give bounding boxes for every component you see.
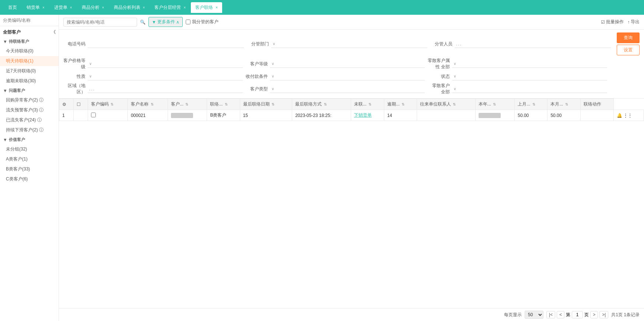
col-unlink[interactable]: 未联... ⇅	[351, 99, 384, 110]
nav-close-icon[interactable]: ×	[183, 6, 186, 10]
export-btn[interactable]: ↑ 导出	[627, 19, 640, 25]
nav-close-icon[interactable]: ×	[143, 6, 145, 10]
col-this-year[interactable]: 本年... ⇅	[475, 99, 515, 110]
sidebar-group-问题客户[interactable]: ▼问题客户	[0, 86, 59, 95]
filter-row-2: 客户价格等级 ∨ 客户等级 ∨ 零散客户属性 全部 ∨	[63, 58, 640, 70]
sidebar-item-流失预警客户(3)[interactable]: 流失预警客户(3) ⓘ	[0, 105, 59, 115]
my-customers-checkbox-container: 我分管的客户	[186, 19, 218, 25]
sidebar-search-input[interactable]	[3, 18, 58, 23]
filter-search-input[interactable]	[63, 18, 137, 27]
col-last-date[interactable]: 最后联络日期 ⇅	[240, 99, 292, 110]
cust-type-label: 客户类型	[246, 86, 268, 92]
nav-item-客户联络[interactable]: 客户联络×	[191, 2, 222, 13]
col-last-method[interactable]: 最后联络方式 ⇅	[292, 99, 351, 110]
col-code[interactable]: 客户编码 ⇅	[88, 99, 128, 110]
nav-item-商品分析列表[interactable]: 商品分析列表×	[109, 2, 150, 13]
sidebar-item-回购异常客户(2)[interactable]: 回购异常客户(2) ⓘ	[0, 95, 59, 105]
filter-cell-price-level: 客户价格等级 ∨	[63, 58, 243, 70]
person-input[interactable]: ...	[455, 40, 611, 48]
phone-input[interactable]	[88, 40, 244, 48]
prev-page-btn[interactable]: <	[557, 311, 564, 318]
nav-close-icon[interactable]: ×	[216, 6, 218, 10]
payment-label: 收付款条件	[246, 73, 268, 80]
dept-label: 分管部门	[247, 41, 269, 47]
page-input[interactable]	[572, 311, 583, 318]
chevron-up-icon: ∧	[176, 20, 179, 25]
export-label: 导出	[631, 19, 640, 25]
col-name[interactable]: 客户名称 ⇅	[128, 99, 168, 110]
cell-12: 50.00	[547, 110, 580, 121]
sidebar-item-持续下滑客户(2)[interactable]: 持续下滑客户(2) ⓘ	[0, 125, 59, 135]
status-select[interactable]: ∨	[452, 72, 607, 80]
nav-close-icon[interactable]: ×	[102, 6, 104, 10]
sidebar-item-明天待联络(1)[interactable]: 明天待联络(1)	[0, 56, 59, 66]
sidebar-item-今天待联络(0)[interactable]: 今天待联络(0)	[0, 46, 59, 56]
first-page-btn[interactable]: |<	[546, 311, 555, 318]
cell-1[interactable]	[88, 110, 128, 121]
sidebar-item-逾期未联络(30)[interactable]: 逾期未联络(30)	[0, 76, 59, 86]
sidebar-group-待联络客户[interactable]: ▼待联络客户	[0, 37, 59, 46]
retail-attr-label: 零散客户属性 全部	[428, 58, 450, 70]
filter-cell-cust-type: 客户类型 ∨	[246, 85, 425, 93]
query-btn[interactable]: 查询	[617, 32, 640, 43]
table-footer: 每页显示 50 100 200 |< < 第 页 > >| 共1页 1条记录	[59, 308, 644, 321]
sidebar-group-价值客户[interactable]: ▼价值客户	[0, 135, 59, 144]
collapse-icon[interactable]: 《	[51, 29, 56, 35]
retail-cust-select[interactable]: ∨	[452, 85, 607, 93]
nav-close-icon[interactable]: ×	[70, 6, 72, 10]
filter-cell-phone: 电话号码	[63, 40, 244, 48]
cell-4: B类客户	[207, 110, 240, 121]
per-page-select[interactable]: 50 100 200	[525, 311, 543, 319]
sidebar-item-未分组(32)[interactable]: 未分组(32)	[0, 144, 59, 154]
sidebar-item-A类客户(1)[interactable]: A类客户(1)	[0, 154, 59, 164]
table-body: 1000021 B类客户152023-05-23 18:25:下销货单14 50…	[59, 110, 644, 121]
nav-item-商品分析[interactable]: 商品分析×	[77, 2, 109, 13]
next-page-btn[interactable]: >	[590, 311, 598, 318]
price-level-select[interactable]: ∨	[88, 60, 243, 68]
retail-attr-select[interactable]: ∨	[452, 60, 607, 68]
all-customers-label: 全部客户	[3, 29, 21, 35]
col-overdue[interactable]: 逾期... ⇅	[384, 99, 417, 110]
nav-item-首页[interactable]: 首页	[4, 2, 21, 13]
status-label: 状态	[428, 73, 450, 80]
sidebar-item-B类客户(33)[interactable]: B类客户(33)	[0, 164, 59, 174]
cust-level-select[interactable]: ∨	[270, 60, 425, 68]
nature-select[interactable]: ∨	[88, 72, 243, 80]
set-btn[interactable]: 设置	[617, 45, 640, 55]
total-label: 共1页 1条记录	[611, 312, 640, 318]
region-input[interactable]: ...	[88, 85, 243, 93]
col-type[interactable]: 客户... ⇅	[168, 99, 207, 110]
col-last-month[interactable]: 上月... ⇅	[515, 99, 547, 110]
top-nav: 首页销货单×进货单×商品分析×商品分析列表×客户分层经营×客户联络×	[0, 0, 644, 15]
cell-9	[417, 110, 475, 121]
col-checkbox[interactable]: ☐	[73, 99, 88, 110]
my-customers-checkbox[interactable]	[186, 20, 190, 24]
col-this-month[interactable]: 本月... ⇅	[547, 99, 580, 110]
search-btn[interactable]: 🔍	[140, 20, 146, 25]
more-conditions-btn[interactable]: ▼ 更多条件 ∧	[148, 17, 183, 27]
nav-item-客户分层经营[interactable]: 客户分层经营×	[150, 2, 190, 13]
col-actions: 联络动作	[580, 99, 613, 110]
col-contact[interactable]: 联络... ⇅	[207, 99, 240, 110]
cell-7[interactable]: 下销货单	[351, 110, 384, 121]
price-level-label: 客户价格等级	[63, 58, 85, 70]
nav-close-icon[interactable]: ×	[42, 6, 45, 10]
nav-item-销货单[interactable]: 销货单×	[22, 2, 49, 13]
cell-index: 1	[59, 110, 74, 121]
sidebar-item-近7天待联络(0)[interactable]: 近7天待联络(0)	[0, 66, 59, 76]
table-container: ⚙ ☐ 客户编码 ⇅ 客户名称 ⇅ 客户... ⇅ 联络... ⇅ 最后联络日期…	[59, 99, 644, 308]
cust-type-select[interactable]: ∨	[270, 85, 425, 93]
col-contacts[interactable]: 往来单位联系人 ⇅	[417, 99, 475, 110]
batch-op-btn[interactable]: ☑ 批量操作	[601, 19, 624, 25]
last-page-btn[interactable]: >|	[599, 311, 608, 318]
sidebar: 🔍 全部客户 《 ▼待联络客户今天待联络(0)明天待联络(1)近7天待联络(0)…	[0, 15, 59, 321]
cell-14[interactable]: 🔔 ⋮⋮	[613, 110, 644, 121]
col-gear[interactable]: ⚙	[59, 99, 74, 110]
dept-select[interactable]: ∨	[271, 40, 427, 48]
sidebar-item-已流失客户(24)[interactable]: 已流失客户(24) ⓘ	[0, 115, 59, 125]
payment-select[interactable]: ∨	[270, 72, 425, 80]
cell-13	[580, 110, 613, 121]
nav-item-进货单[interactable]: 进货单×	[50, 2, 77, 13]
sidebar-item-C类客户(6)[interactable]: C类客户(6)	[0, 174, 59, 184]
all-customers-header[interactable]: 全部客户 《	[0, 26, 59, 37]
